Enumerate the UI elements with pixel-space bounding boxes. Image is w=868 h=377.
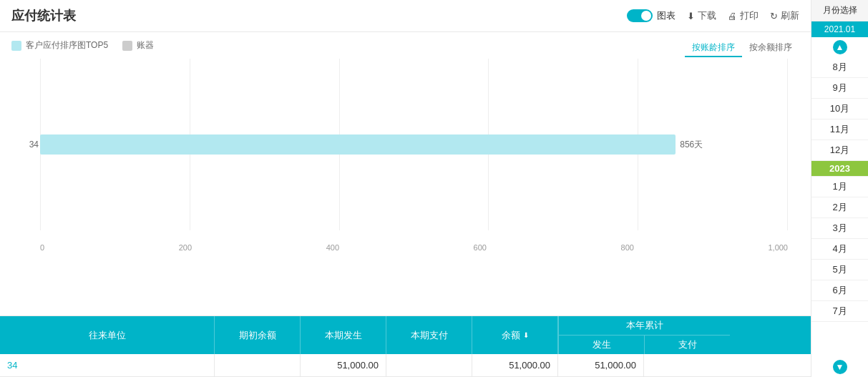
header-actions: 图表 ⬇ 下载 🖨 打印 ↻ 刷新	[627, 9, 799, 22]
th-qichu: 期初余额	[215, 316, 301, 354]
refresh-label: 刷新	[781, 9, 799, 22]
chart-legend: 客户应付排序图TOP5 账器	[11, 39, 799, 52]
month-item-6[interactable]: 6月	[811, 280, 868, 301]
chart-section: 客户应付排序图TOP5 账器 按账龄排序 按余额排序	[0, 32, 811, 315]
th-nian-zhifu: 支付	[645, 336, 730, 354]
nav-up-button[interactable]: ▲	[833, 40, 847, 54]
print-icon: 🖨	[728, 11, 737, 21]
x-tick-0: 0	[40, 243, 44, 252]
th-yue: 余额 ⬇	[472, 316, 558, 354]
td-nian-zhifu	[644, 354, 730, 376]
refresh-button[interactable]: ↻ 刷新	[770, 9, 799, 22]
x-tick-600: 600	[474, 243, 487, 252]
month-item-1[interactable]: 1月	[811, 177, 868, 197]
chart-label: 图表	[657, 9, 676, 22]
sidebar-nav-bottom: ▼	[811, 357, 868, 377]
legend-color-1	[11, 41, 21, 51]
yue-icon: ⬇	[523, 331, 529, 339]
x-tick-400: 400	[326, 243, 339, 252]
month-item-3[interactable]: 3月	[811, 218, 868, 239]
th-zhifu: 本期支付	[386, 316, 472, 354]
sort-tab-age[interactable]: 按账龄排序	[685, 39, 742, 57]
bar-row: 34 856天	[40, 134, 788, 155]
year-marker-2023[interactable]: 2023	[811, 161, 868, 177]
month-item-9[interactable]: 9月	[811, 78, 868, 99]
chart-toggle-wrap: 图表	[627, 9, 676, 22]
chart-toggle[interactable]	[627, 9, 653, 22]
sort-tabs: 按账龄排序 按余额排序	[685, 39, 799, 57]
th-faqisheng: 本期发生	[301, 316, 386, 354]
th-unit: 往来单位	[0, 316, 215, 354]
page-title: 应付统计表	[11, 7, 76, 24]
month-item-7[interactable]: 7月	[811, 301, 868, 322]
month-item-5[interactable]: 5月	[811, 260, 868, 280]
bar-end-label: 856天	[680, 139, 703, 151]
download-label: 下载	[698, 9, 716, 22]
month-item-12[interactable]: 12月	[811, 140, 868, 161]
download-button[interactable]: ⬇ 下载	[687, 9, 716, 22]
month-item-2[interactable]: 2月	[811, 197, 868, 218]
sidebar-date: 2021.01	[811, 21, 868, 37]
unit-link[interactable]: 34	[7, 360, 17, 371]
nav-down-button[interactable]: ▼	[833, 360, 847, 374]
sort-tab-balance[interactable]: 按余额排序	[742, 39, 799, 57]
legend-color-2	[122, 41, 132, 51]
td-qichu	[215, 354, 301, 376]
legend-item-1: 客户应付排序图TOP5	[11, 39, 108, 52]
content-area: 应付统计表 图表 ⬇ 下载 🖨 打印 ↻ 刷新	[0, 0, 811, 377]
table-row: 34 51,000.00 51,000.00 51,000.00	[0, 354, 811, 377]
bar-label: 34	[11, 139, 39, 150]
month-list: 8月 9月 10月 11月 12月 2023 1月 2月 3月 4月 5月 6月…	[811, 57, 868, 357]
legend-label-2: 账器	[137, 39, 154, 52]
month-item-8[interactable]: 8月	[811, 57, 868, 78]
x-tick-1000: 1,000	[768, 243, 788, 252]
legend-label-1: 客户应付排序图TOP5	[26, 39, 108, 52]
main-container: 应付统计表 图表 ⬇ 下载 🖨 打印 ↻ 刷新	[0, 0, 868, 377]
download-icon: ⬇	[687, 11, 695, 21]
td-yue: 51,000.00	[472, 354, 558, 376]
sidebar: 月份选择 2021.01 ▲ 8月 9月 10月 11月 12月 2023 1月…	[811, 0, 868, 377]
chart-wrap: 34 856天 0 200 400 600 800 1,000	[11, 59, 799, 252]
table-header-row1: 往来单位 期初余额 本期发生 本期支付 余额 ⬇ 本年累计 发生 支付	[0, 316, 811, 354]
chart-inner: 34 856天	[40, 59, 788, 230]
td-faqisheng: 51,000.00	[301, 354, 386, 376]
th-nian-faqisheng: 发生	[559, 336, 645, 354]
sidebar-nav-top: ▲	[811, 37, 868, 57]
th-group-nian: 本年累计 发生 支付	[558, 316, 730, 354]
td-zhifu	[386, 354, 472, 376]
header: 应付统计表 图表 ⬇ 下载 🖨 打印 ↻ 刷新	[0, 0, 811, 32]
th-group-bottom: 发生 支付	[559, 336, 730, 354]
x-tick-800: 800	[621, 243, 634, 252]
sidebar-header: 月份选择	[811, 0, 868, 21]
print-button[interactable]: 🖨 打印	[728, 9, 759, 22]
month-item-11[interactable]: 11月	[811, 119, 868, 140]
x-axis: 0 200 400 600 800 1,000	[40, 243, 788, 252]
x-tick-200: 200	[179, 243, 192, 252]
print-label: 打印	[740, 9, 759, 22]
table-section: 往来单位 期初余额 本期发生 本期支付 余额 ⬇ 本年累计 发生 支付	[0, 315, 811, 377]
th-group-top: 本年累计	[559, 316, 730, 336]
td-nian-faqisheng: 51,000.00	[558, 354, 644, 376]
legend-item-2: 账器	[122, 39, 154, 52]
month-item-4[interactable]: 4月	[811, 239, 868, 260]
month-item-10[interactable]: 10月	[811, 99, 868, 119]
td-unit: 34	[0, 354, 215, 376]
bar	[40, 134, 676, 155]
refresh-icon: ↻	[770, 11, 778, 21]
